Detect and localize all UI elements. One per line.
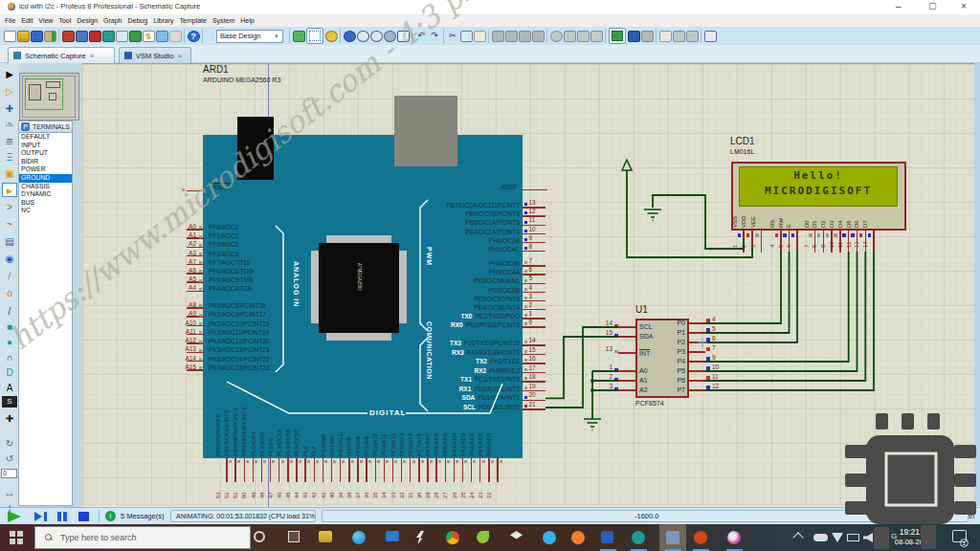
menu-tool[interactable]: Tool <box>58 17 71 24</box>
volume-icon[interactable] <box>863 533 873 542</box>
minimize-button[interactable]: – <box>896 1 902 11</box>
zoom-in-icon[interactable] <box>357 31 369 42</box>
simulation-log-icon[interactable] <box>156 31 168 42</box>
tape-recorder-tool-icon[interactable]: ▤ <box>2 234 17 249</box>
help-icon[interactable]: ? <box>188 31 200 42</box>
step-button[interactable] <box>34 512 42 521</box>
menu-system[interactable]: System <box>212 17 234 24</box>
junction-dot-tool-icon[interactable]: ✚ <box>2 101 17 116</box>
home-icon[interactable] <box>62 31 75 42</box>
3d-viewer-icon[interactable] <box>102 31 115 42</box>
pan-icon[interactable] <box>344 31 356 42</box>
menu-file[interactable]: File <box>5 17 15 24</box>
devices-p-button[interactable]: P <box>21 122 30 131</box>
marker-tool-icon[interactable]: ✚ <box>2 411 17 426</box>
menu-graph[interactable]: Graph <box>103 17 122 24</box>
taskbar-search[interactable]: Type here to search <box>34 526 251 549</box>
cut-icon[interactable]: ✂ <box>447 31 459 42</box>
terminal-type-default[interactable]: DEFAULT <box>19 133 72 142</box>
selection-tool-icon[interactable]: ▶ <box>2 67 17 81</box>
graph-tool-icon[interactable]: ~ <box>2 217 17 231</box>
copy-icon[interactable] <box>460 31 473 42</box>
new-sheet-icon[interactable] <box>659 31 672 42</box>
onedrive-icon[interactable] <box>813 534 828 541</box>
rotate-clockwise-tool-icon[interactable]: ↻ <box>2 436 17 451</box>
paint-taskbar-icon[interactable] <box>727 531 741 544</box>
symbol-tool-icon[interactable]: S <box>2 396 17 408</box>
teal-app-taskbar-icon[interactable] <box>632 531 645 544</box>
pick-parts-icon[interactable] <box>550 31 563 42</box>
menu-library[interactable]: Library <box>153 17 173 24</box>
save-icon[interactable] <box>31 31 43 42</box>
origin-icon[interactable] <box>325 31 338 42</box>
powerpoint-taskbar-icon[interactable] <box>694 531 707 544</box>
bus-tool-icon[interactable]: Ξ <box>2 150 17 165</box>
path-tool-icon[interactable]: D <box>2 365 17 380</box>
grid-toggle[interactable] <box>306 28 323 44</box>
tab-schematic-capture[interactable]: Schematic Capture × <box>8 47 115 63</box>
internet-explorer-taskbar-icon[interactable] <box>543 531 556 544</box>
cortana-taskbar-icon[interactable] <box>254 531 265 542</box>
tab-vsm-studio[interactable]: VSM Studio × <box>119 47 191 63</box>
tab-close-icon[interactable]: × <box>90 52 94 60</box>
close-button[interactable]: × <box>961 1 967 11</box>
voltage-probe-tool-icon[interactable]: / <box>2 269 17 283</box>
word-taskbar-icon[interactable] <box>601 531 613 543</box>
notes-icon[interactable] <box>169 31 182 42</box>
task-view-taskbar-icon[interactable] <box>288 531 300 542</box>
box-tool-icon[interactable]: ■ <box>2 320 17 334</box>
terminals-list[interactable]: DEFAULTINPUTOUTPUTBIDIRPOWERGROUNDCHASSI… <box>18 133 73 506</box>
terminal-type-chassis[interactable]: CHASSIS <box>19 183 72 191</box>
electrical-rule-check-icon[interactable]: $ <box>143 31 155 42</box>
search-components-icon[interactable] <box>628 31 640 42</box>
design-selector[interactable]: Base Design▼ <box>216 30 283 43</box>
mail-taskbar-icon[interactable] <box>386 531 399 541</box>
maximize-button[interactable]: ▢ <box>928 1 937 11</box>
zone-manager-icon[interactable] <box>686 31 699 42</box>
schematic-capture-icon[interactable] <box>76 31 88 42</box>
battery-icon[interactable] <box>847 534 859 541</box>
message-count[interactable]: 5 Message(s) <box>121 512 164 520</box>
wire-label-tool-icon[interactable]: LBL <box>2 118 17 132</box>
zoom-area-icon[interactable] <box>397 31 410 42</box>
component-tool-icon[interactable]: ▷ <box>2 84 17 99</box>
pcb-layout-icon[interactable] <box>89 31 101 42</box>
terminal-type-output[interactable]: OUTPUT <box>19 149 72 158</box>
menu-edit[interactable]: Edit <box>21 17 33 24</box>
open-folder-icon[interactable] <box>17 31 30 42</box>
tray-chevron-icon[interactable] <box>792 532 803 542</box>
xampp-taskbar-icon[interactable] <box>571 531 585 544</box>
rotate-anticlockwise-tool-icon[interactable]: ↺ <box>2 452 17 466</box>
line-tool-icon[interactable]: / <box>2 304 17 319</box>
terminal-type-dynamic[interactable]: DYNAMIC <box>19 190 72 199</box>
tab-close-icon[interactable]: × <box>178 52 182 60</box>
leaf-taskbar-icon[interactable] <box>477 531 489 543</box>
text-script-tool-icon[interactable]: ≣ <box>2 134 17 148</box>
current-probe-tool-icon[interactable]: o <box>2 286 17 300</box>
generator-tool-icon[interactable]: ◉ <box>2 252 17 266</box>
block-move-icon[interactable] <box>505 31 518 42</box>
wire-autorouter-toggle[interactable] <box>609 28 626 44</box>
zoom-out-icon[interactable] <box>370 31 383 42</box>
decompose-icon[interactable] <box>590 31 603 42</box>
schematic-canvas[interactable]: ARD1ARDUINO MEGA2560 R3ATMEGA2560RESETAR… <box>82 63 974 506</box>
flash-taskbar-icon[interactable] <box>416 531 424 544</box>
arc-tool-icon[interactable]: ∩ <box>2 350 17 364</box>
terminal-type-nc[interactable]: NC <box>19 207 72 215</box>
menu-help[interactable]: Help <box>240 17 254 24</box>
paste-icon[interactable] <box>474 31 486 42</box>
terminal-type-power[interactable]: POWER <box>19 165 72 174</box>
import-icon[interactable] <box>44 31 56 42</box>
menu-debug[interactable]: Debug <box>128 17 148 24</box>
dropbox-taskbar-icon[interactable] <box>510 531 523 543</box>
property-assignment-icon[interactable] <box>641 31 654 42</box>
mirror-horizontal-tool-icon[interactable]: ↔ <box>2 486 17 500</box>
terminal-tool-icon[interactable]: ► <box>2 183 17 197</box>
subcircuit-tool-icon[interactable]: ▣ <box>2 166 17 181</box>
refresh-icon[interactable] <box>293 31 305 42</box>
zoom-all-icon[interactable] <box>384 31 396 42</box>
block-rotate-icon[interactable] <box>519 31 531 42</box>
packaging-tool-icon[interactable] <box>577 31 590 42</box>
edge-taskbar-icon[interactable] <box>352 531 366 544</box>
stop-button[interactable] <box>78 512 89 521</box>
